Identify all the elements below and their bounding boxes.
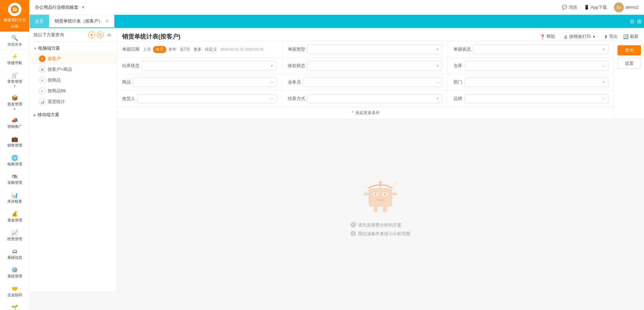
topbar-left: 办公用品行业模拟账套 ▼ [35,4,85,10]
goods-filter-cell: 商品 ··· [117,74,282,90]
app-download-action[interactable]: 📱 App下载 [584,4,607,10]
system-label: 系统管理 [7,274,22,279]
brand-select[interactable]: ··· [464,94,608,103]
basic-label: 基础信息 [7,255,22,260]
doc-status-select[interactable]: ▼ [473,45,608,54]
scheme-item-by-goods-99[interactable]: ≡ 按商品99 [30,86,116,96]
tab-minimize-btn[interactable]: ⊟ [630,18,634,24]
sidebar-item-finance[interactable]: 💰 资金管理 [0,207,29,226]
collapse-panel-btn[interactable]: ≪ [106,32,112,38]
salesperson-filter-cell: 业务员 ··· [282,74,448,90]
scheme-group-desktop-header[interactable]: ▼ 电脑端方案 [30,43,116,53]
warehouse-filter-cell: 仓库 ··· [448,58,614,74]
topbar-dropdown-icon[interactable]: ▼ [81,5,85,10]
ecommerce-label: 电商管理 [7,162,22,167]
tab-home[interactable]: 首页 [30,15,49,28]
edit-scheme-btn[interactable]: ⊙ [97,32,104,38]
settings-button[interactable]: 设置 [618,58,641,69]
refresh-btn[interactable]: 🔄 刷新 [623,34,639,40]
out-status-select[interactable]: ▼ [142,61,277,70]
receiver-select[interactable]: ··· [137,94,277,103]
template-print-btn[interactable]: 🖨 按模板打印 ▼ [560,32,599,41]
export-label: 导出 [609,34,618,40]
goods-select[interactable]: ··· [133,78,277,87]
sidebar-item-system[interactable]: ⚙️ 系统管理 [0,263,29,282]
sidebar-item-ecommerce[interactable]: 🌐 电商管理 [0,151,29,170]
receiver-dots: ··· [270,96,274,101]
scheme-item-by-goods[interactable]: ≡ 按商品 [30,75,116,86]
svg-text:✦: ✦ [394,182,396,186]
sidebar-item-purchase[interactable]: 🛍 采购管理 [0,170,29,189]
svg-point-4 [375,193,377,195]
by-customer-goods-icon: ⊞ [39,66,46,73]
scheme-group-mobile-header[interactable]: ▶ 移动端方案 [30,110,116,120]
sidebar-item-newbie[interactable]: 🌱 新手引导 [0,301,29,310]
date-shortcut-custom[interactable]: 自定义 [204,46,218,53]
retail-label: 零售管理 [7,79,22,84]
date-label: 单据日期 [122,46,140,52]
wholesale-label: 批发管理 [7,102,22,107]
doc-type-select[interactable]: ▼ [307,45,442,54]
date-shortcut-7days[interactable]: 近7天 [178,46,192,53]
date-shortcut-this-year[interactable]: 本年 [167,46,178,53]
sidebar-item-enterprise[interactable]: 🤝 企业协同 [0,282,29,301]
date-shortcut-this-month[interactable]: 本月 [153,46,166,53]
tab-sales-stat[interactable]: 销货单统计表（按客户） ✕ [49,15,114,28]
by-customer-icon: 人 [39,55,46,62]
operations-label: 经营管理 [7,237,22,242]
out-status-filter-cell: 出库状态 ▼ [117,58,282,74]
desktop-group-arrow: ▼ [34,47,37,50]
query-button[interactable]: 查询 [618,45,641,55]
doc-type-chevron: ▼ [436,47,439,51]
department-label: 部门 [453,79,462,85]
sidebar-item-wholesale[interactable]: 📦 批发管理 ▲ [0,91,29,114]
sidebar-item-inventory[interactable]: 📊 库存核算 [0,189,29,207]
department-select[interactable]: ▼ [464,78,608,87]
export-icon: ⬆ [604,34,608,39]
messages-action[interactable]: 💬 消息 [562,4,577,10]
warehouse-label: 仓库 [453,63,462,69]
left-panel: 按以下方案查询 + ⊙ ≪ ▼ 电脑端方案 人 按客户 ⊞ [30,28,117,291]
by-goods-label: 按商品 [48,77,61,83]
payment-method-label: 结算方式 [288,96,305,102]
page-header-area: 销货单统计表(按客户) ❓ 帮助 🖨 按模板打印 ▼ ⬆ 导出 [117,28,644,41]
sidebar-search[interactable]: 🔍 搜索菜单 [0,32,29,50]
date-filter-cell: 单据日期 上月 本月 本年 近7天 更多 自定义 2023-03-01 至 20… [117,41,282,57]
sidebar-item-marketing[interactable]: 📣 营销推广 [0,114,29,133]
return-stat-label: 退货统计 [48,99,65,105]
app-download-label: App下载 [591,4,607,10]
sidebar-item-retail[interactable]: 🛒 零售管理 ▼ [0,69,29,91]
svg-text:✦: ✦ [364,184,366,187]
quick-nav-label: 快捷导航 [7,60,22,65]
tab-maximize-btn[interactable]: ⊞ [637,18,641,24]
scheme-item-by-customer-goods[interactable]: ⊞ 按客户+商品 [30,64,116,75]
scheme-item-return-stat[interactable]: 📊 退货统计 [30,96,116,107]
sidebar-item-sales[interactable]: 💼 销售管理 [0,133,29,151]
by-customer-goods-label: 按客户+商品 [48,66,72,72]
date-shortcut-last-month[interactable]: 上月 [142,46,152,53]
sidebar-logo[interactable]: 畅捷通好生意 标账 [0,0,29,32]
tip-num-2: 2 [351,231,356,236]
add-scheme-btn[interactable]: + [88,32,95,38]
collapse-label: 收起更多条件 [356,110,380,116]
tab-close-icon[interactable]: ✕ [105,19,109,23]
warehouse-select[interactable]: ··· [464,61,608,70]
marketing-label: 营销推广 [7,124,22,129]
sidebar-item-quick-nav[interactable]: ⚡ 快捷导航 [0,50,29,69]
sidebar-item-basic[interactable]: 🗂 基础信息 [0,245,29,263]
salesperson-select[interactable]: ··· [303,78,442,87]
user-profile[interactable]: Ea demo2 [614,2,639,12]
pay-status-select[interactable]: ▼ [307,61,442,70]
tip-2-text: 用过滤条件来缩小分析范围 [358,231,410,237]
collapse-bar[interactable]: ⌃ 收起更多条件 [117,107,614,118]
export-btn[interactable]: ⬆ 导出 [604,34,618,40]
help-btn[interactable]: ❓ 帮助 [540,34,555,40]
goods-label: 商品 [122,79,131,85]
filter-row-1: 单据日期 上月 本月 本年 近7天 更多 自定义 2023-03-01 至 20… [117,41,614,58]
payment-method-select[interactable]: ▼ [307,94,442,103]
date-shortcut-more[interactable]: 更多 [192,46,203,53]
scheme-item-by-customer[interactable]: 人 按客户 [30,53,116,64]
payment-method-chevron: ▼ [436,97,439,101]
sidebar-item-operations[interactable]: 📈 经营管理 [0,226,29,245]
sidebar-logo-subtext: 标账 [11,24,18,29]
